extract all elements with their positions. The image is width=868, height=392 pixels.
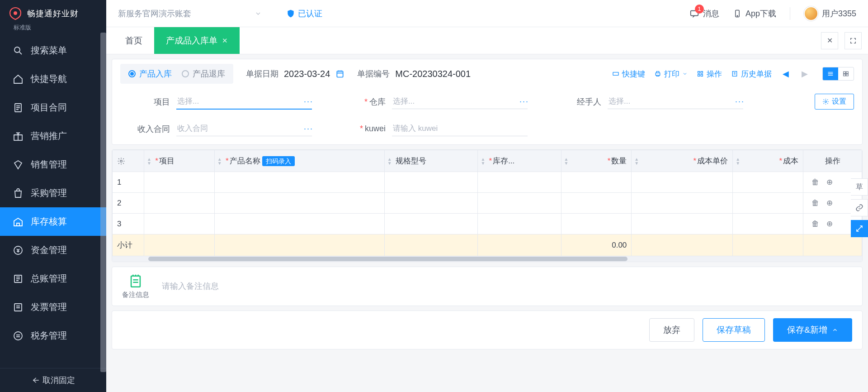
unpin-button[interactable]: 取消固定 bbox=[0, 368, 106, 392]
sidebar-item-search[interactable]: 搜索菜单 bbox=[0, 36, 106, 65]
printer-icon bbox=[654, 70, 661, 77]
col-cost[interactable]: ▲▼ *成本 bbox=[733, 150, 803, 172]
user-menu[interactable]: 用户3355 bbox=[804, 6, 856, 21]
topbar: 新服务官网演示账套 已认证 1 消息 App下载 bbox=[106, 0, 868, 27]
date-value[interactable]: 2023-03-24 bbox=[284, 69, 330, 79]
kuwei-field: *kuwei bbox=[336, 121, 528, 136]
table-row[interactable]: 3🗑⊕ bbox=[113, 214, 862, 234]
unpin-icon bbox=[32, 376, 40, 384]
download-label: App下载 bbox=[745, 8, 776, 19]
sidebar-item-marketing[interactable]: 营销推广 bbox=[0, 122, 106, 150]
sidebar-item-inventory[interactable]: 库存核算 bbox=[0, 207, 106, 236]
calendar-icon[interactable] bbox=[335, 69, 344, 78]
sidebar-item-invoice[interactable]: 发票管理 bbox=[0, 293, 106, 321]
save-new-button[interactable]: 保存&新增 bbox=[773, 318, 852, 342]
table-row[interactable]: 1🗑⊕ bbox=[113, 172, 862, 193]
income-contract-input[interactable] bbox=[176, 121, 312, 136]
ops-button[interactable]: 操作 bbox=[697, 69, 722, 79]
col-product[interactable]: ▲▼ *产品名称扫码录入 bbox=[214, 150, 384, 172]
sidebar-item-label: 发票管理 bbox=[31, 301, 67, 313]
sidebar-item-sales[interactable]: 销售管理 bbox=[0, 150, 106, 179]
more-icon[interactable]: ··· bbox=[304, 97, 313, 106]
col-qty[interactable]: ▲▼ *数量 bbox=[561, 150, 632, 172]
label-text: 仓库 bbox=[369, 97, 386, 106]
next-record-button[interactable]: ▶ bbox=[800, 69, 810, 79]
type-radio-group: 产品入库 产品退库 bbox=[120, 64, 233, 84]
right-rail: 草 bbox=[851, 178, 868, 237]
list-icon bbox=[827, 70, 834, 77]
sidebar-item-quicknav[interactable]: 快捷导航 bbox=[0, 65, 106, 93]
warehouse-icon bbox=[13, 216, 24, 227]
sidebar-item-label: 项目合同 bbox=[31, 101, 67, 114]
income-contract-label: 收入合同 bbox=[120, 124, 170, 134]
col-label: 数量 bbox=[611, 157, 627, 165]
row-number: 1 bbox=[113, 172, 144, 193]
sidebar-item-project[interactable]: 项目合同 bbox=[0, 93, 106, 122]
mobile-icon bbox=[733, 9, 742, 18]
view-card-button[interactable] bbox=[838, 67, 854, 80]
svg-rect-15 bbox=[701, 72, 703, 73]
project-input[interactable] bbox=[176, 94, 312, 110]
print-button[interactable]: 打印 bbox=[654, 69, 688, 79]
tab-home[interactable]: 首页 bbox=[113, 27, 154, 54]
more-icon[interactable]: ··· bbox=[304, 124, 313, 134]
scan-badge[interactable]: 扫码录入 bbox=[262, 156, 295, 166]
tab-close-all-button[interactable]: ✕ bbox=[821, 32, 838, 49]
svg-rect-21 bbox=[844, 74, 846, 76]
avatar-icon bbox=[804, 6, 818, 21]
app-download-button[interactable]: App下载 bbox=[733, 8, 776, 19]
grid-icon bbox=[697, 70, 704, 77]
delete-row-button[interactable]: 🗑 bbox=[811, 220, 819, 228]
handler-input[interactable] bbox=[608, 94, 743, 109]
svg-rect-14 bbox=[698, 72, 700, 73]
horizontal-scrollbar[interactable] bbox=[112, 256, 862, 262]
sidebar-scrollbar[interactable] bbox=[100, 33, 106, 372]
project-field: 项目 ··· bbox=[120, 94, 313, 110]
sidebar-item-funds[interactable]: 资金管理 bbox=[0, 236, 106, 264]
account-select[interactable]: 新服务官网演示账套 bbox=[118, 8, 262, 19]
add-row-button[interactable]: ⊕ bbox=[826, 199, 833, 207]
sort-icon: ▲▼ bbox=[387, 157, 392, 165]
settings-button[interactable]: 设置 bbox=[815, 94, 854, 110]
sidebar-item-ledger[interactable]: 总账管理 bbox=[0, 264, 106, 293]
save-draft-button[interactable]: 保存草稿 bbox=[703, 318, 765, 342]
fullscreen-button[interactable] bbox=[844, 32, 862, 49]
shortcut-button[interactable]: 快捷键 bbox=[612, 69, 645, 79]
svg-rect-16 bbox=[698, 74, 700, 76]
add-row-button[interactable]: ⊕ bbox=[826, 178, 833, 186]
sidebar-item-tax[interactable]: 税务管理 bbox=[0, 321, 106, 350]
sidebar-item-label: 税务管理 bbox=[31, 330, 67, 342]
col-config[interactable] bbox=[113, 150, 144, 172]
table-row[interactable]: 2🗑⊕ bbox=[113, 193, 862, 214]
more-icon[interactable]: ··· bbox=[519, 97, 529, 106]
rail-expand-button[interactable] bbox=[851, 220, 868, 237]
sidebar-item-purchase[interactable]: 采购管理 bbox=[0, 179, 106, 207]
radio-inbound[interactable]: 产品入库 bbox=[128, 68, 172, 79]
warehouse-input[interactable] bbox=[392, 94, 528, 109]
delete-row-button[interactable]: 🗑 bbox=[811, 178, 819, 186]
discard-button[interactable]: 放弃 bbox=[649, 318, 694, 342]
kuwei-input[interactable] bbox=[392, 121, 528, 136]
delete-row-button[interactable]: 🗑 bbox=[811, 199, 819, 207]
tab-inbound-order[interactable]: 产成品入库单 ✕ bbox=[154, 27, 240, 54]
remarks-input[interactable] bbox=[162, 282, 852, 291]
radio-return[interactable]: 产品退库 bbox=[182, 68, 225, 79]
prev-record-button[interactable]: ◀ bbox=[781, 69, 791, 79]
col-unitcost[interactable]: ▲▼ *成本单价 bbox=[632, 150, 733, 172]
col-spec[interactable]: ▲▼ 规格型号 bbox=[384, 150, 478, 172]
add-row-button[interactable]: ⊕ bbox=[826, 220, 833, 228]
row-number: 2 bbox=[113, 193, 144, 214]
scrollbar-thumb[interactable] bbox=[148, 257, 627, 261]
remarks-title: 备注信息 bbox=[122, 291, 149, 299]
items-table: ▲▼ *项目 ▲▼ *产品名称扫码录入 ▲▼ 规格型号 ▲▼ *库存... ▲▼… bbox=[112, 149, 863, 262]
history-button[interactable]: 历史单据 bbox=[731, 69, 772, 79]
more-icon[interactable]: ··· bbox=[735, 97, 745, 106]
shield-icon bbox=[286, 9, 295, 18]
close-icon[interactable]: ✕ bbox=[222, 37, 228, 45]
rail-draft-button[interactable]: 草 bbox=[851, 178, 868, 196]
messages-button[interactable]: 1 消息 bbox=[689, 8, 719, 19]
view-list-button[interactable] bbox=[823, 67, 838, 80]
rail-link-button[interactable] bbox=[851, 199, 868, 216]
col-stock[interactable]: ▲▼ *库存... bbox=[478, 150, 561, 172]
col-project[interactable]: ▲▼ *项目 bbox=[144, 150, 215, 172]
